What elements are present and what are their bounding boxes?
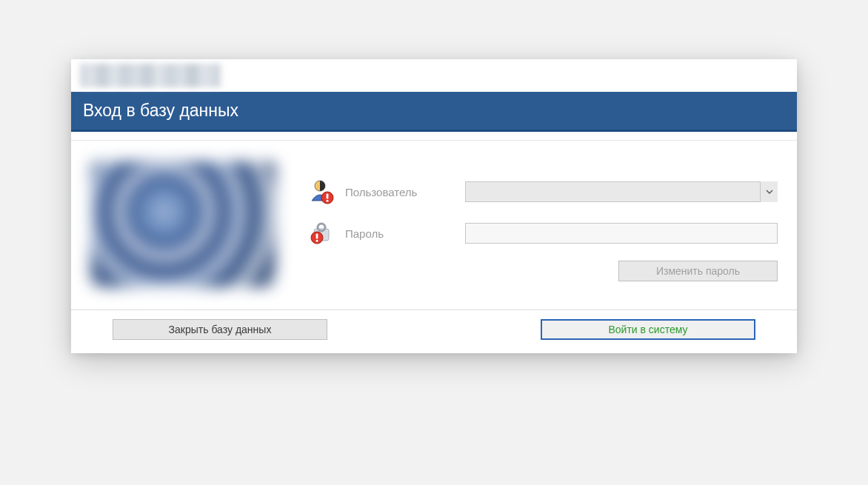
divider (71, 132, 797, 141)
svg-rect-7 (316, 234, 318, 239)
artwork-sphere (90, 161, 276, 287)
user-select[interactable] (465, 181, 778, 202)
user-label: Пользователь (345, 186, 456, 198)
change-password-button[interactable]: Изменить пароль (618, 261, 778, 281)
close-db-button[interactable]: Закрыть базу данных (113, 319, 327, 340)
dialog-footer: Закрыть базу данных Войти в систему (71, 310, 797, 353)
form-column: Пользователь (307, 157, 778, 287)
app-logo (80, 64, 221, 87)
user-row: Пользователь (307, 178, 778, 206)
logo-area (71, 59, 797, 92)
svg-rect-2 (327, 194, 329, 199)
svg-point-8 (316, 240, 318, 242)
dialog-title: Вход в базу данных (71, 92, 797, 132)
login-dialog: Вход в базу данных Пользователь (71, 59, 797, 353)
lock-info-icon (307, 219, 336, 247)
user-select-wrap[interactable] (465, 181, 778, 202)
svg-rect-5 (318, 224, 325, 231)
svg-point-3 (327, 200, 329, 202)
password-row: Пароль (307, 219, 778, 247)
password-label: Пароль (345, 227, 456, 240)
change-password-row: Изменить пароль (307, 261, 778, 281)
dialog-body: Пользователь (71, 141, 797, 310)
artwork-column (71, 157, 286, 287)
password-input[interactable] (465, 223, 778, 244)
login-button[interactable]: Войти в систему (541, 319, 755, 340)
user-info-icon (307, 178, 336, 206)
